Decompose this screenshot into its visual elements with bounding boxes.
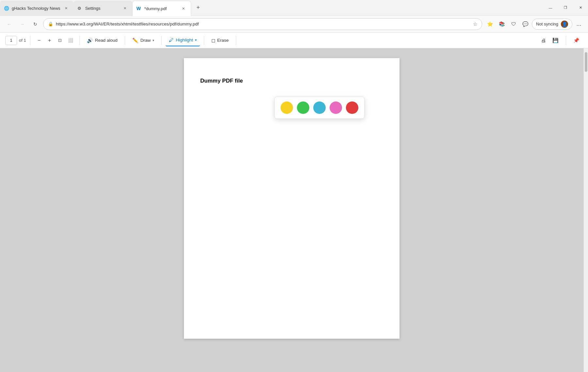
zoom-in-icon: + [48,38,51,43]
tab-settings[interactable]: ⚙ Settings ✕ [74,1,132,16]
url-bar[interactable]: 🔒 https://www.w3.org/WAI/ER/tests/xhtml/… [43,18,482,30]
back-button[interactable]: ← [4,19,14,29]
zoom-controls: − + ⊡ ⬜ [34,36,75,45]
separator-5 [204,36,204,45]
new-tab-button[interactable]: + [192,2,204,14]
url-text: https://www.w3.org/WAI/ER/tests/xhtml/te… [56,22,470,26]
ellipsis-icon: ... [576,21,581,27]
read-aloud-icon: 🔊 [87,38,93,43]
highlight-label: Highlight [176,38,193,42]
draw-label: Draw [140,38,151,43]
scrollbar[interactable] [583,48,588,372]
erase-label: Erase [217,38,229,43]
separator-3 [125,36,125,45]
draw-button[interactable]: ✏️ Draw ▾ [129,35,158,46]
highlight-button[interactable]: 🖊 Highlight ▾ [166,35,200,46]
fit-width-icon: ⬜ [68,38,73,43]
more-button[interactable]: ... [574,19,584,29]
ghacks-favicon: 🌐 [4,6,9,11]
tab-pdf-label: *dummy.pdf [144,6,178,11]
zoom-out-icon: − [38,38,41,43]
read-aloud-label: Read aloud [95,38,118,43]
tab-ghacks[interactable]: 🌐 gHacks Technology News ✕ [0,1,74,16]
address-bar: ← → ↻ 🔒 https://www.w3.org/WAI/ER/tests/… [0,16,588,33]
minimize-icon: — [549,6,552,10]
avatar-image: 👤 [562,22,567,27]
back-icon: ← [7,22,11,27]
feedback-button[interactable]: 💬 [520,19,531,29]
fit-icon: ⊡ [58,38,62,43]
maximize-button[interactable]: ❐ [558,0,573,16]
draw-chevron-icon[interactable]: ▾ [153,39,154,42]
favorites-button[interactable]: ⭐ [485,19,495,29]
sync-label: Not syncing [536,22,558,26]
color-blue-button[interactable] [313,101,326,114]
zoom-out-button[interactable]: − [34,36,44,45]
separator-6 [236,36,236,45]
minimize-button[interactable]: — [543,0,558,16]
highlight-color-picker [274,97,365,119]
zoom-in-button[interactable]: + [45,36,55,45]
separator-4 [161,36,162,45]
lock-icon: 🔒 [48,22,53,26]
separator-2 [79,36,80,45]
read-aloud-button[interactable]: 🔊 Read aloud [84,35,121,46]
pdf-favicon: W [137,6,142,11]
close-icon: ✕ [579,6,582,10]
browser-essentials-button[interactable]: 🛡 [508,19,519,29]
window-controls: — ❐ ✕ [543,0,588,16]
settings-favicon: ⚙ [77,6,83,11]
tab-pdf-close[interactable]: ✕ [180,5,187,12]
refresh-button[interactable]: ↻ [30,19,41,29]
tab-ghacks-close[interactable]: ✕ [63,5,70,12]
tab-pdf[interactable]: W *dummy.pdf ✕ [132,1,191,16]
favorites-icon[interactable]: ☆ [473,21,477,27]
highlight-chevron-icon[interactable]: ▾ [195,38,197,42]
draw-icon: ✏️ [132,38,139,43]
separator-1 [30,36,30,45]
star-icon: ⭐ [487,21,493,27]
tab-ghacks-label: gHacks Technology News [12,6,60,11]
addressbar-actions: ⭐ 📚 🛡 💬 Not syncing 👤 ... [485,19,584,30]
pin-button[interactable]: 📌 [570,35,583,46]
save-button[interactable]: 💾 [549,35,562,46]
color-red-button[interactable] [346,101,358,114]
print-icon: 🖨 [541,38,546,43]
feedback-icon: 💬 [522,21,529,27]
plus-icon: + [196,4,200,11]
refresh-icon: ↻ [33,22,37,27]
sync-button[interactable]: Not syncing 👤 [532,19,572,30]
erase-button[interactable]: ◻ Erase [208,35,232,46]
scrollbar-thumb[interactable] [585,52,587,72]
page-total: of 1 [19,38,26,43]
forward-icon: → [20,22,24,27]
shield-icon: 🛡 [511,21,516,27]
color-yellow-button[interactable] [281,101,293,114]
maximize-icon: ❐ [564,6,567,10]
erase-icon: ◻ [211,38,215,43]
avatar: 👤 [561,21,568,28]
tab-settings-label: Settings [85,6,119,11]
close-button[interactable]: ✕ [573,0,588,16]
tab-settings-close[interactable]: ✕ [122,5,128,12]
separator-7 [566,36,566,45]
color-green-button[interactable] [297,101,309,114]
save-icon: 💾 [552,38,559,43]
page-number-input[interactable] [5,36,17,45]
collections-button[interactable]: 📚 [497,19,507,29]
fit-width-button[interactable]: ⬜ [66,36,75,45]
forward-button[interactable]: → [17,19,27,29]
highlight-icon: 🖊 [169,37,174,43]
titlebar: 🌐 gHacks Technology News ✕ ⚙ Settings ✕ … [0,0,588,16]
pdf-toolbar: of 1 − + ⊡ ⬜ 🔊 Read aloud ✏️ Draw ▾ 🖊 Hi… [0,33,588,48]
print-button[interactable]: 🖨 [538,35,549,46]
main-area: Dummy PDF file [0,48,588,372]
color-pink-button[interactable] [330,101,342,114]
collections-icon: 📚 [499,21,505,27]
pin-icon: 📌 [573,38,580,43]
pdf-title: Dummy PDF file [200,78,383,84]
fit-page-button[interactable]: ⊡ [55,36,65,45]
